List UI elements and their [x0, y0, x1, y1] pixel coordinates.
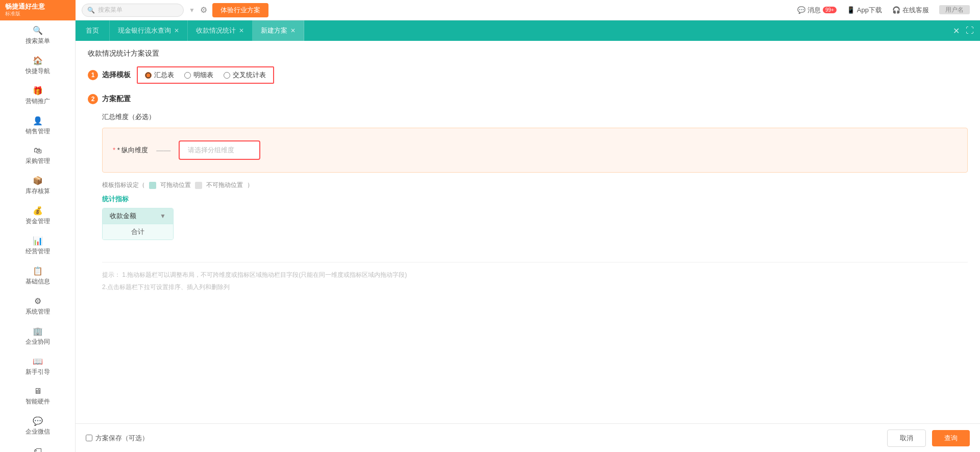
- gift-icon: 🎁: [33, 86, 43, 96]
- capital-icon: 💰: [33, 206, 43, 216]
- sidebar-item-operation[interactable]: 📊 经营管理: [0, 231, 75, 261]
- search-icon: 🔍: [87, 7, 95, 14]
- section-config: 2 方案配置 汇总维度（必选） * * 纵向维度: [88, 94, 968, 293]
- page-content: 收款情况统计方案设置 1 选择模板 汇总表: [76, 41, 980, 452]
- sidebar: 🔍 搜索菜单 🏠 快捷导航 🎁 营销推广 👤 销售管理 🛍 采购管理 📦 库存核…: [0, 20, 76, 452]
- basic-icon: 📋: [33, 266, 43, 276]
- dimension-arrow: ——: [156, 146, 170, 154]
- sidebar-item-guide[interactable]: 📖 新手引导: [0, 351, 75, 382]
- metrics-table-row: 合计: [103, 224, 173, 240]
- search-placeholder: 搜索菜单: [98, 6, 122, 14]
- inventory-icon: 📦: [33, 176, 43, 185]
- settings-icon[interactable]: ⚙: [200, 5, 207, 15]
- message-icon: 💬: [797, 6, 805, 14]
- sidebar-item-search[interactable]: 🔍 搜索菜单: [0, 20, 75, 51]
- tab-receipt[interactable]: 收款情况统计 ✕: [188, 20, 253, 41]
- header-search-box[interactable]: 🔍 搜索菜单: [82, 4, 184, 17]
- sidebar-item-hardware[interactable]: 🖥 智能硬件: [0, 382, 75, 411]
- guide-icon: 📖: [33, 356, 43, 366]
- metrics-table-header[interactable]: 收款金额 ▼: [103, 208, 173, 224]
- download-btn[interactable]: 📱 App下载: [847, 6, 882, 15]
- wechat-icon: 💬: [33, 416, 43, 426]
- hints-section: 提示： 1.拖动标题栏可以调整布局，不可跨维度或指标区域拖动栏目字段(只能在同一…: [102, 262, 968, 293]
- download-icon: 📱: [847, 6, 855, 14]
- tab-new-close[interactable]: ✕: [290, 27, 296, 34]
- tab-bank-close[interactable]: ✕: [174, 27, 179, 34]
- dimension-row-label: * * 纵向维度: [113, 146, 148, 155]
- section1-number: 1: [88, 70, 98, 80]
- hint-1: 提示： 1.拖动标题栏可以调整布局，不可跨维度或指标区域拖动栏目字段(只能在同一…: [102, 269, 968, 281]
- system-icon: ⚙: [34, 296, 41, 306]
- header-dropdown[interactable]: ▼: [189, 7, 195, 14]
- movable-label: 可拖动位置: [160, 181, 191, 189]
- sidebar-item-nav[interactable]: 🏠 快捷导航: [0, 51, 75, 81]
- service-btn[interactable]: 🎧 在线客服: [892, 6, 929, 15]
- sidebar-item-member[interactable]: 🏷 畅会员: [0, 441, 75, 452]
- dimension-box: * * 纵向维度 —— 请选择分组维度: [102, 128, 968, 173]
- user-info[interactable]: 用户名: [939, 6, 970, 14]
- sidebar-item-capital[interactable]: 💰 资金管理: [0, 201, 75, 231]
- tab-new[interactable]: 新建方案 ✕: [253, 20, 304, 41]
- save-option[interactable]: 方案保存（可选）: [86, 434, 149, 443]
- template-options: 汇总表 明细表 交叉统计表: [137, 66, 274, 84]
- industry-btn[interactable]: 体验行业方案: [212, 3, 268, 17]
- sidebar-item-inventory[interactable]: 📦 库存核算: [0, 171, 75, 201]
- section2-title: 方案配置: [102, 94, 131, 104]
- metrics-label: 统计指标: [102, 195, 968, 204]
- service-icon: 🎧: [892, 6, 900, 14]
- messages-badge: 99+: [823, 7, 837, 13]
- tab-maximize-icon[interactable]: ⛶: [966, 26, 974, 35]
- sidebar-item-system[interactable]: ⚙ 系统管理: [0, 291, 75, 321]
- query-button[interactable]: 查询: [932, 430, 970, 446]
- hardware-icon: 🖥: [34, 387, 42, 396]
- tab-home[interactable]: 首页: [76, 20, 110, 41]
- sidebar-item-purchase[interactable]: 🛍 采购管理: [0, 141, 75, 171]
- tab-receipt-close[interactable]: ✕: [239, 27, 244, 34]
- sales-icon: 👤: [33, 116, 43, 126]
- metrics-section: 模板指标设定（ 可拖动位置 不可拖动位置 ） 统计指标: [102, 181, 968, 242]
- fixed-dot: [195, 182, 202, 189]
- movable-dot: [149, 182, 156, 189]
- metrics-close-paren: ）: [247, 181, 253, 189]
- search-nav-icon: 🔍: [33, 26, 43, 35]
- sidebar-item-sales[interactable]: 👤 销售管理: [0, 111, 75, 141]
- hint-2: 2.点击标题栏下拉可设置排序、插入列和删除列: [102, 281, 968, 293]
- logo-main: 畅捷通好生意: [5, 3, 45, 11]
- fixed-label: 不可拖动位置: [206, 181, 243, 189]
- section1-title: 选择模板: [102, 70, 131, 80]
- metrics-settings-label: 模板指标设定（: [102, 181, 145, 189]
- logo-area: 畅捷通好生意 标准版: [0, 0, 76, 20]
- sidebar-item-basic[interactable]: 📋 基础信息: [0, 261, 75, 291]
- member-icon: 🏷: [34, 446, 42, 452]
- dimension-select[interactable]: 请选择分组维度: [179, 140, 260, 160]
- dimension-title: 汇总维度（必选）: [102, 112, 968, 122]
- enterprise-icon: 🏢: [33, 326, 43, 336]
- bottom-bar: 方案保存（可选） 取消 查询: [76, 423, 980, 452]
- page-title: 收款情况统计方案设置: [88, 49, 968, 58]
- metrics-col-header: 收款金额: [110, 211, 136, 221]
- purchase-icon: 🛍: [34, 146, 42, 155]
- sidebar-item-marketing[interactable]: 🎁 营销推广: [0, 81, 75, 111]
- logo-sub: 标准版: [5, 10, 20, 17]
- metrics-dropdown-icon: ▼: [160, 212, 166, 220]
- messages-btn[interactable]: 💬 消息 99+: [797, 6, 837, 15]
- dimension-section: 汇总维度（必选） * * 纵向维度 —— 请选择分组维度: [102, 112, 968, 293]
- section-template: 1 选择模板 汇总表 明细表: [88, 66, 968, 84]
- tab-close-all-icon[interactable]: ✕: [953, 26, 960, 36]
- radio-summary[interactable]: 汇总表: [145, 70, 174, 80]
- radio-detail[interactable]: 明细表: [184, 70, 213, 80]
- sidebar-item-wechat[interactable]: 💬 企业微信: [0, 411, 75, 441]
- section2-number: 2: [88, 94, 98, 104]
- tab-bar: 首页 现金银行流水查询 ✕ 收款情况统计 ✕ 新建方案 ✕ ✕ ⛶: [76, 20, 980, 41]
- home-icon: 🏠: [33, 56, 43, 65]
- radio-cross[interactable]: 交叉统计表: [224, 70, 266, 80]
- tab-bank[interactable]: 现金银行流水查询 ✕: [110, 20, 188, 41]
- metrics-table: 收款金额 ▼ 合计: [102, 208, 174, 240]
- cancel-button[interactable]: 取消: [887, 430, 926, 447]
- sidebar-item-enterprise[interactable]: 🏢 企业协同: [0, 321, 75, 351]
- operation-icon: 📊: [33, 236, 43, 246]
